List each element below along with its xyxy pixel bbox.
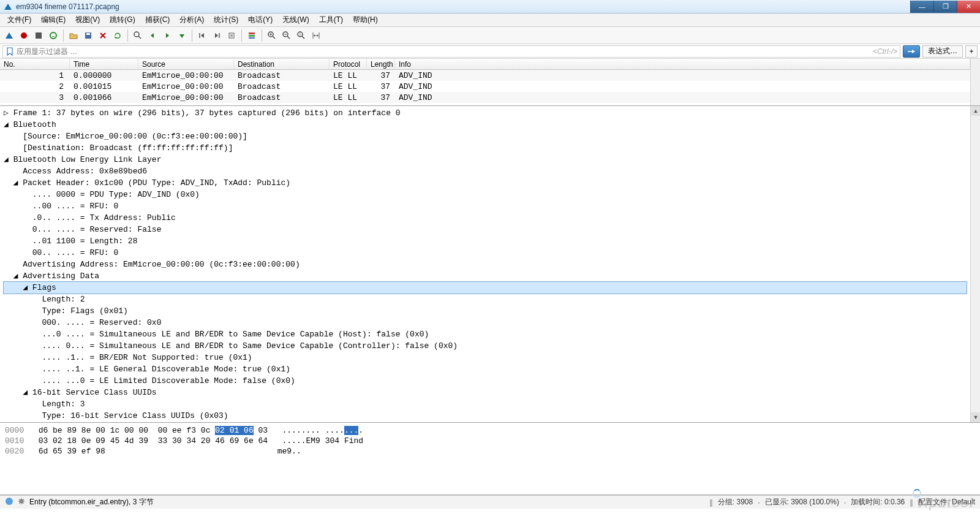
col-info[interactable]: Info [395,59,970,70]
flags-general-disc[interactable]: .... ..1. = LE General Discoverable Mode… [4,363,967,375]
display-filter-input[interactable] [17,47,869,56]
flags-type[interactable]: Type: Flags (0x01) [4,305,967,317]
zoom-out-icon[interactable] [280,29,293,42]
add-filter-button[interactable]: + [965,45,978,58]
filter-hint: <Ctrl-/> [873,47,897,56]
ll-rfu2[interactable]: 00.. .... = RFU: 0 [4,247,967,259]
hex-selection: 02 01 06 [215,426,253,435]
packet-row[interactable]: 3 0.001066 EmMicroe_00:00:00 Broadcast L… [0,92,970,103]
bt-destination[interactable]: [Destination: Broadcast (ff:ff:ff:ff:ff:… [4,142,967,154]
flags-reserved[interactable]: 000. .... = Reserved: 0x0 [4,317,967,328]
stop-capture-icon[interactable] [17,29,31,42]
menu-view[interactable]: 视图(V) [70,13,105,26]
zoom-reset-icon[interactable]: 1 [295,29,308,42]
ll-adv-address[interactable]: Advertising Address: EmMicroe_00:00:00 (… [4,259,967,270]
details-tree[interactable]: ▷ Frame 1: 37 bytes on wire (296 bits), … [0,106,970,422]
flags-limited-disc[interactable]: .... ...0 = LE Limited Discoverable Mode… [4,375,967,387]
go-last-icon[interactable] [210,29,224,42]
reload-icon[interactable] [111,29,124,42]
ll-rfu1[interactable]: ..00 .... = RFU: 0 [4,200,967,212]
packet-list-header[interactable]: No. Time Source Destination Protocol Len… [0,59,970,70]
close-button[interactable]: ✕ [957,1,980,13]
col-time[interactable]: Time [70,59,138,70]
bookmark-icon[interactable] [6,47,14,56]
start-capture-icon[interactable] [2,29,16,42]
hex-row[interactable]: 0020 6d 65 39 ef 98 me9.. [5,446,975,457]
advertising-data-node[interactable]: ◢ Advertising Data [4,270,967,282]
capture-options-icon[interactable] [47,29,60,42]
go-first-icon[interactable] [195,29,209,42]
flags-controller[interactable]: .... 0... = Simultaneous LE and BR/EDR t… [4,340,967,352]
menu-capture[interactable]: 捕获(C) [140,13,175,26]
colorize-icon[interactable] [245,29,258,42]
uuid-node[interactable]: ◢ 16-bit Service Class UUIDs [4,387,967,398]
go-forward-icon[interactable] [160,29,174,42]
menu-edit[interactable]: 编辑(E) [36,13,70,26]
flags-host[interactable]: ...0 .... = Simultaneous LE and BR/EDR t… [4,328,967,340]
ll-length[interactable]: ..01 1100 = Length: 28 [4,235,967,247]
hex-row[interactable]: 0000 d6 be 89 8e 00 1c 00 00 00 ee f3 0c… [5,425,975,436]
find-packet-icon[interactable] [131,29,145,42]
frame-node[interactable]: ▷ Frame 1: 37 bytes on wire (296 bits), … [4,107,967,119]
col-source[interactable]: Source [138,59,234,70]
bluetooth-node[interactable]: ◢ Bluetooth [4,119,967,131]
ll-pdu-type[interactable]: .... 0000 = PDU Type: ADV_IND (0x0) [4,189,967,200]
svg-line-34 [302,36,304,39]
menu-go[interactable]: 跳转(G) [105,13,140,26]
expert-info-icon[interactable] [5,497,13,507]
svg-marker-38 [314,34,315,37]
svg-marker-39 [317,34,318,37]
flags-length[interactable]: Length: 2 [4,294,967,305]
auto-scroll-icon[interactable] [225,29,238,42]
minimize-button[interactable]: — [910,1,933,13]
col-protocol[interactable]: Protocol [330,59,367,70]
status-entry: Entry (btcommon.eir_ad.entry), 3 字节 [29,497,154,507]
col-destination[interactable]: Destination [234,59,330,70]
scroll-down-icon[interactable]: ▼ [971,412,980,422]
restart-capture-icon[interactable] [32,29,45,42]
status-profile[interactable]: 配置文件: Default [918,497,975,507]
col-length[interactable]: Length [367,59,395,70]
packet-list-scrollbar[interactable] [970,59,980,105]
open-file-icon[interactable] [67,29,80,42]
apply-filter-button[interactable] [903,45,920,58]
filter-toolbar: <Ctrl-/> 表达式… + [0,44,980,59]
ll-packet-header[interactable]: ◢ Packet Header: 0x1c00 (PDU Type: ADV_I… [4,177,967,189]
options-icon[interactable] [17,497,26,507]
zoom-in-icon[interactable] [265,29,279,42]
packet-row[interactable]: 1 0.000000 EmMicroe_00:00:00 Broadcast L… [0,70,970,81]
packet-row[interactable]: 2 0.001015 EmMicroe_00:00:00 Broadcast L… [0,81,970,92]
ll-reserved[interactable]: 0... .... = Reserved: False [4,224,967,235]
status-packets: 分组: 3908 [718,497,753,507]
menu-tools[interactable]: 工具(T) [314,13,348,26]
packet-bytes-pane[interactable]: 0000 d6 be 89 8e 00 1c 00 00 00 ee f3 0c… [0,423,980,495]
menu-statistics[interactable]: 统计(S) [209,13,243,26]
menu-wireless[interactable]: 无线(W) [277,13,314,26]
col-no[interactable]: No. [0,59,70,70]
display-filter-field[interactable]: <Ctrl-/> [2,45,900,58]
save-file-icon[interactable] [81,29,95,42]
bt-source[interactable]: [Source: EmMicroe_00:00:00 (0c:f3:ee:00:… [4,131,967,142]
menu-telephony[interactable]: 电话(Y) [243,13,277,26]
hex-row[interactable]: 0010 03 02 18 0e 09 45 4d 39 33 30 34 20… [5,436,975,446]
go-back-icon[interactable] [146,29,159,42]
go-to-packet-icon[interactable] [175,29,189,42]
menu-analyze[interactable]: 分析(A) [175,13,209,26]
ll-tx-address[interactable]: .0.. .... = Tx Address: Public [4,212,967,224]
flags-bredr[interactable]: .... .1.. = BR/EDR Not Supported: true (… [4,352,967,363]
svg-point-4 [50,32,56,39]
scroll-up-icon[interactable]: ▲ [971,106,980,116]
resize-columns-icon[interactable] [309,29,323,42]
uuid-length[interactable]: Length: 3 [4,398,967,410]
maximize-button[interactable]: ❐ [933,1,957,13]
flags-node[interactable]: ◢ Flags [4,282,967,294]
expression-button[interactable]: 表达式… [922,45,963,58]
ll-node[interactable]: ◢ Bluetooth Low Energy Link Layer [4,154,967,165]
menu-file[interactable]: 文件(F) [2,13,36,26]
uuid-type[interactable]: Type: 16-bit Service Class UUIDs (0x03) [4,410,967,422]
ll-access-address[interactable]: Access Address: 0x8e89bed6 [4,165,967,177]
menu-help[interactable]: 帮助(H) [348,13,383,26]
details-scrollbar[interactable]: ▲ ▼ [970,106,980,422]
packet-list-body[interactable]: 1 0.000000 EmMicroe_00:00:00 Broadcast L… [0,70,970,103]
close-file-icon[interactable] [96,29,110,42]
